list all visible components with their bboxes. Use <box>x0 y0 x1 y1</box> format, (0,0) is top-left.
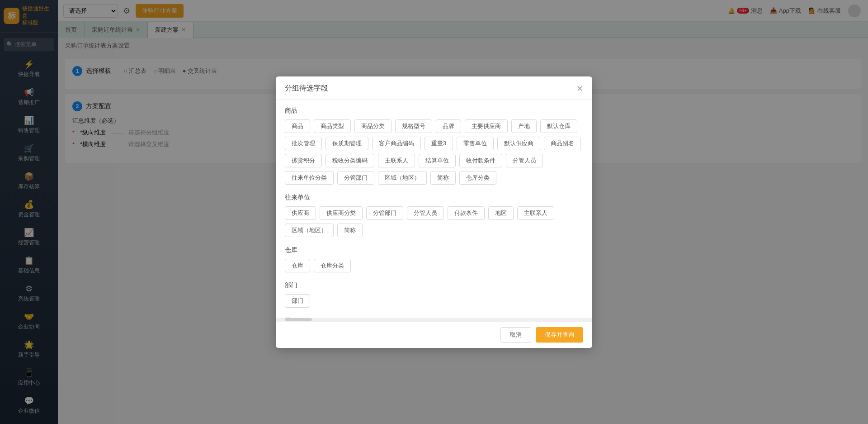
partner-section-title: 往来单位 <box>285 194 583 202</box>
field-chip-alias[interactable]: 商品别名 <box>544 137 581 150</box>
field-chip-spec-type[interactable]: 规格型号 <box>395 119 432 133</box>
field-chip-area[interactable]: 地区 <box>488 206 514 220</box>
dept-section-title: 部门 <box>285 281 583 290</box>
warehouse-section-title: 仓库 <box>285 246 583 254</box>
field-chip-supplier-category[interactable]: 供应商分类 <box>320 206 363 220</box>
field-chip-pay-terms[interactable]: 付款条件 <box>448 206 485 220</box>
field-chip-customer-code[interactable]: 客户商品编码 <box>372 137 421 150</box>
field-chip-origin[interactable]: 产地 <box>511 119 537 133</box>
modal-body: 商品 商品 商品类型 商品分类 规格型号 品牌 主要供应商 产地 默认仓库 批次… <box>276 100 592 318</box>
field-chip-tax-code[interactable]: 税收分类编码 <box>326 154 374 167</box>
field-chip-supplier[interactable]: 供应商 <box>285 206 316 220</box>
partner-field-grid: 供应商 供应商分类 分管部门 分管人员 付款条件 地区 主联系人 区域（地区） … <box>285 206 583 237</box>
field-chip-dept2[interactable]: 部门 <box>285 294 310 308</box>
confirm-button[interactable]: 保存并查询 <box>536 327 583 343</box>
field-chip-dept[interactable]: 分管部门 <box>337 171 374 185</box>
field-chip-retail-unit[interactable]: 零售单位 <box>457 137 494 150</box>
product-section-title: 商品 <box>285 107 583 115</box>
department-section: 部门 部门 <box>285 281 583 308</box>
field-chip-brand[interactable]: 品牌 <box>436 119 461 133</box>
warehouse-field-grid: 仓库 仓库分类 <box>285 259 583 272</box>
field-chip-settle-unit[interactable]: 结算单位 <box>419 154 456 167</box>
modal-title: 分组待选字段 <box>285 84 328 93</box>
field-chip-branch-staff[interactable]: 分管人员 <box>407 206 444 220</box>
field-chip-quality-mgmt[interactable]: 保质期管理 <box>326 137 368 150</box>
field-chip-warehouse-category[interactable]: 仓库分类 <box>459 171 496 185</box>
modal-close-button[interactable]: ✕ <box>576 84 583 94</box>
modal-horizontal-scrollbar[interactable] <box>276 318 592 321</box>
field-chip-default-warehouse[interactable]: 默认仓库 <box>540 119 577 133</box>
field-chip-main-contact[interactable]: 主联系人 <box>378 154 415 167</box>
dept-field-grid: 部门 <box>285 294 583 308</box>
field-chip-unit-category[interactable]: 往来单位分类 <box>285 171 334 185</box>
product-field-grid: 商品 商品类型 商品分类 规格型号 品牌 主要供应商 产地 默认仓库 批次管理 … <box>285 119 583 185</box>
field-chip-manager[interactable]: 分管人员 <box>506 154 543 167</box>
modal-footer: 取消 保存并查询 <box>276 321 592 348</box>
modal-header: 分组待选字段 ✕ <box>276 76 592 100</box>
field-chip-batch-mgmt[interactable]: 批次管理 <box>285 137 322 150</box>
partner-section: 往来单位 供应商 供应商分类 分管部门 分管人员 付款条件 地区 主联系人 区域… <box>285 194 583 237</box>
field-chip-product-type[interactable]: 商品类型 <box>314 119 351 133</box>
field-select-modal: 分组待选字段 ✕ 商品 商品 商品类型 商品分类 规格型号 品牌 主要供应商 产… <box>276 76 592 348</box>
field-chip-region2[interactable]: 区域（地区） <box>285 224 334 237</box>
field-chip-wh-category[interactable]: 仓库分类 <box>314 259 351 272</box>
field-chip-short-name2[interactable]: 简称 <box>337 224 363 237</box>
field-chip-branch-dept[interactable]: 分管部门 <box>366 206 403 220</box>
field-chip-pick-score[interactable]: 拣货积分 <box>285 154 322 167</box>
field-chip-main-supplier[interactable]: 主要供应商 <box>465 119 508 133</box>
cancel-button[interactable]: 取消 <box>500 327 531 343</box>
field-chip-weight3[interactable]: 重量3 <box>425 137 453 150</box>
field-chip-warehouse[interactable]: 仓库 <box>285 259 310 272</box>
field-chip-short-name[interactable]: 简称 <box>430 171 456 185</box>
field-chip-product-category[interactable]: 商品分类 <box>354 119 392 133</box>
field-chip-product[interactable]: 商品 <box>285 119 310 133</box>
field-chip-region[interactable]: 区域（地区） <box>378 171 427 185</box>
field-chip-payment-terms[interactable]: 收付款条件 <box>459 154 502 167</box>
field-chip-main-contact2[interactable]: 主联系人 <box>517 206 554 220</box>
modal-hscroll-thumb[interactable] <box>285 318 312 321</box>
product-section: 商品 商品 商品类型 商品分类 规格型号 品牌 主要供应商 产地 默认仓库 批次… <box>285 107 583 185</box>
field-chip-default-supplier[interactable]: 默认供应商 <box>497 137 540 150</box>
warehouse-section: 仓库 仓库 仓库分类 <box>285 246 583 272</box>
